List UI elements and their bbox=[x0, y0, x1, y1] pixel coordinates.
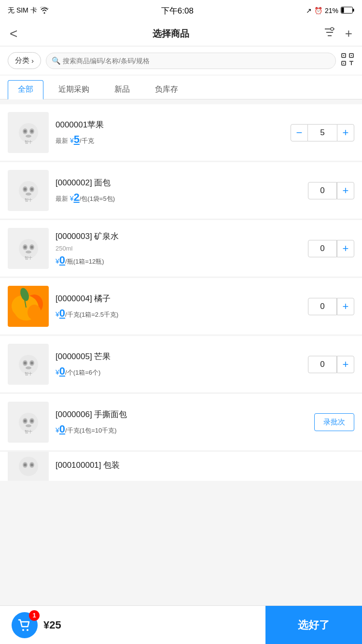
back-button[interactable]: < bbox=[10, 26, 17, 42]
product-price: ¥0/瓶(1箱=12瓶) bbox=[56, 254, 301, 266]
owl-logo: 智十 bbox=[8, 228, 49, 269]
product-name: [0000006] 手撕面包 bbox=[56, 409, 307, 420]
svg-point-55 bbox=[26, 424, 31, 427]
owl-logo: 智十 bbox=[8, 402, 49, 443]
svg-text:智十: 智十 bbox=[25, 256, 32, 260]
tab-recent[interactable]: 近期采购 bbox=[48, 80, 99, 99]
tab-all[interactable]: 全部 bbox=[8, 80, 43, 99]
carrier-text: 无 SIM 卡 bbox=[8, 6, 37, 15]
product-item: 智十 [0000003] 矿泉水 250ml ¥0/瓶(1箱=12瓶) + bbox=[0, 220, 362, 277]
svg-point-48 bbox=[26, 366, 31, 369]
qty-increase-button[interactable]: + bbox=[337, 298, 354, 315]
product-list: 智十 0000001苹果 最新 ¥5/千克 − + bbox=[0, 104, 362, 481]
product-name: [000100001] 包装 bbox=[56, 460, 354, 471]
confirm-button[interactable]: 选好了 bbox=[265, 606, 362, 644]
search-input[interactable] bbox=[46, 53, 336, 69]
category-button[interactable]: 分类 › bbox=[8, 52, 41, 69]
add-button[interactable]: + bbox=[345, 26, 352, 41]
svg-point-22 bbox=[19, 181, 38, 200]
tabs-bar: 全部 近期采购 新品 负库存 bbox=[0, 75, 362, 99]
scan-button[interactable] bbox=[341, 53, 354, 69]
product-thumbnail: 智十 bbox=[8, 402, 49, 443]
svg-rect-1 bbox=[341, 7, 344, 13]
product-item: [000100001] 包装 bbox=[0, 452, 362, 481]
product-price: ¥0/千克(1箱=2.5千克) bbox=[56, 307, 301, 320]
product-thumbnail bbox=[8, 452, 49, 481]
svg-text:智十: 智十 bbox=[25, 430, 32, 434]
svg-rect-11 bbox=[351, 55, 352, 56]
search-icon: 🔍 bbox=[52, 56, 61, 65]
cart-button[interactable]: 1 bbox=[12, 612, 38, 638]
svg-point-63 bbox=[27, 629, 28, 631]
tab-new[interactable]: 新品 bbox=[104, 80, 140, 99]
owl-logo: 智十 bbox=[8, 112, 49, 153]
qty-input[interactable] bbox=[308, 356, 337, 373]
product-name: [0000004] 橘子 bbox=[56, 293, 301, 304]
qty-increase-button[interactable]: + bbox=[337, 124, 354, 141]
bottom-bar: 1 ¥25 选好了 bbox=[0, 605, 362, 644]
svg-point-20 bbox=[26, 135, 31, 138]
product-info: 0000001苹果 最新 ¥5/千克 bbox=[56, 119, 284, 146]
svg-point-29 bbox=[19, 239, 38, 258]
nav-actions: + bbox=[324, 26, 352, 41]
product-thumbnail: 智十 bbox=[8, 170, 49, 211]
svg-point-15 bbox=[19, 123, 38, 142]
cart-badge: 1 bbox=[29, 610, 40, 621]
product-thumbnail bbox=[8, 286, 49, 327]
owl-logo: 智十 bbox=[8, 170, 49, 211]
qty-input[interactable] bbox=[308, 240, 337, 257]
product-name: [0000005] 芒果 bbox=[56, 351, 301, 362]
batch-button[interactable]: 录批次 bbox=[314, 413, 354, 431]
svg-point-19 bbox=[30, 130, 33, 133]
svg-point-40 bbox=[28, 305, 41, 320]
nav-bar: < 选择商品 + bbox=[0, 21, 362, 46]
product-price: ¥0/个(1箱=6个) bbox=[56, 365, 301, 378]
svg-point-53 bbox=[24, 420, 27, 422]
wifi-icon bbox=[40, 7, 49, 15]
qty-increase-button[interactable]: + bbox=[337, 182, 354, 199]
product-info: [0000005] 芒果 ¥0/个(1箱=6个) bbox=[56, 351, 301, 378]
search-wrapper: 🔍 bbox=[46, 53, 336, 69]
product-item: [0000004] 橘子 ¥0/千克(1箱=2.5千克) + bbox=[0, 278, 362, 335]
product-item: 智十 0000001苹果 最新 ¥5/千克 − + bbox=[0, 104, 362, 161]
product-thumbnail: 智十 bbox=[8, 112, 49, 153]
svg-point-61 bbox=[30, 463, 33, 466]
svg-point-25 bbox=[24, 188, 27, 191]
product-info: [0000006] 手撕面包 ¥0/千克(1包=10千克) bbox=[56, 409, 307, 435]
filter-icon[interactable] bbox=[324, 27, 335, 41]
qty-decrease-button[interactable]: − bbox=[291, 124, 308, 141]
svg-text:智十: 智十 bbox=[25, 140, 32, 144]
product-price: 最新 ¥5/千克 bbox=[56, 133, 284, 146]
qty-input[interactable] bbox=[308, 124, 337, 141]
alarm-icon: ⏰ bbox=[314, 7, 322, 14]
qty-control: + bbox=[308, 298, 354, 315]
svg-point-33 bbox=[30, 246, 33, 249]
battery-text: 21% bbox=[325, 7, 338, 14]
qty-control: − + bbox=[291, 124, 354, 141]
location-icon: ↗ bbox=[306, 7, 312, 14]
svg-point-60 bbox=[24, 463, 27, 466]
qty-increase-button[interactable]: + bbox=[337, 356, 354, 373]
product-name: [0000002] 面包 bbox=[56, 177, 301, 188]
qty-control: + bbox=[308, 182, 354, 199]
owl-logo: 智十 bbox=[8, 344, 49, 385]
svg-point-50 bbox=[19, 413, 38, 432]
status-time: 下午6:08 bbox=[161, 5, 194, 16]
svg-point-32 bbox=[24, 246, 27, 249]
svg-rect-10 bbox=[343, 55, 344, 56]
svg-point-57 bbox=[19, 457, 38, 476]
product-info: [0000004] 橘子 ¥0/千克(1箱=2.5千克) bbox=[56, 293, 301, 320]
tab-negative[interactable]: 负库存 bbox=[145, 80, 188, 99]
product-info: [0000002] 面包 最新 ¥2/包(1袋=5包) bbox=[56, 177, 301, 204]
svg-point-62 bbox=[22, 629, 24, 631]
qty-increase-button[interactable]: + bbox=[337, 240, 354, 257]
svg-point-18 bbox=[24, 130, 27, 133]
page-title: 选择商品 bbox=[153, 28, 189, 40]
svg-point-34 bbox=[26, 251, 31, 253]
svg-rect-12 bbox=[343, 63, 344, 64]
qty-input[interactable] bbox=[308, 298, 337, 315]
product-thumbnail: 智十 bbox=[8, 344, 49, 385]
svg-text:智十: 智十 bbox=[25, 198, 32, 202]
qty-input[interactable] bbox=[308, 182, 337, 199]
product-name: 0000001苹果 bbox=[56, 119, 284, 130]
